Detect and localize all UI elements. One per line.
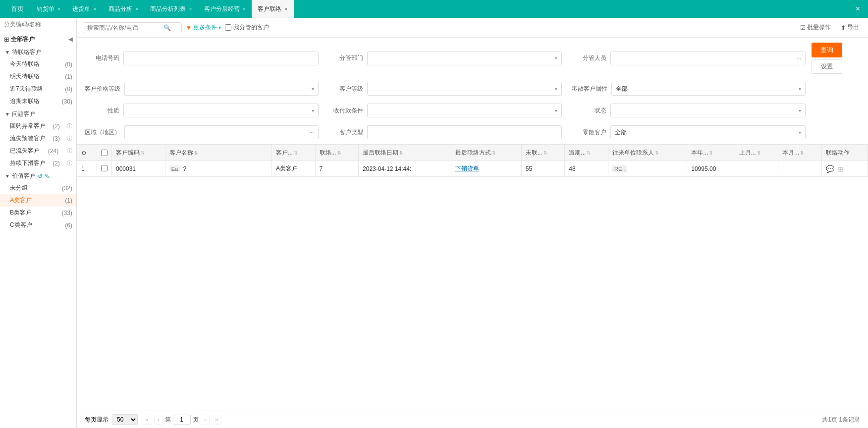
more-conditions-button[interactable]: ▼ 更多条件 ▾ bbox=[186, 23, 221, 32]
td-checkbox bbox=[97, 161, 112, 177]
close-productanalysislist-icon[interactable]: × bbox=[189, 6, 192, 12]
sidebar-item-7days[interactable]: 近7天待联络 (0) bbox=[0, 83, 76, 95]
close-purchaseorder-icon[interactable]: × bbox=[93, 6, 96, 12]
page-size-label: 每页显示 bbox=[85, 416, 108, 424]
collapse-icon[interactable]: ◀ bbox=[68, 36, 72, 43]
sort-lastmonth-icon[interactable]: ⇅ bbox=[757, 151, 761, 156]
region-select[interactable]: ··· bbox=[124, 125, 319, 139]
settings-button[interactable]: 设置 bbox=[812, 59, 842, 74]
help-icon-1[interactable]: ⓘ bbox=[67, 122, 72, 130]
row-checkbox[interactable] bbox=[101, 165, 108, 171]
sort-type-icon[interactable]: ⇅ bbox=[294, 151, 298, 156]
dept-select[interactable]: ▾ bbox=[367, 52, 562, 65]
filter-payment: 收付款条件 ▾ bbox=[328, 104, 562, 117]
th-contactcount: 联络...⇅ bbox=[315, 145, 359, 161]
sidebar-item-churning[interactable]: 流失预警客户 (3) ⓘ bbox=[0, 132, 76, 145]
query-button[interactable]: 查询 bbox=[812, 43, 842, 57]
sidebar-item-today[interactable]: 今天待联络 (0) bbox=[0, 58, 76, 70]
sidebar-group-value[interactable]: ▼ 价值客户 ↺ ✎ bbox=[0, 169, 76, 182]
customerlevel-select[interactable]: ▾ bbox=[367, 82, 562, 96]
td-nocontact: 55 bbox=[521, 161, 565, 177]
sidebar-item-churned[interactable]: 已流失客户 (24) ⓘ bbox=[0, 145, 76, 157]
batch-operation-button[interactable]: ☑ 批量操作 bbox=[797, 22, 834, 33]
page-number-input[interactable] bbox=[173, 415, 191, 425]
first-page-button[interactable]: « bbox=[142, 415, 152, 425]
sidebar-item-overdue[interactable]: 逾期未联络 (30) bbox=[0, 95, 76, 107]
nav-home[interactable]: 首页 bbox=[4, 0, 31, 18]
close-customersegment-icon[interactable]: × bbox=[243, 6, 246, 12]
filter-nature: 性质 ▾ bbox=[85, 104, 319, 117]
sidebar-group-pending[interactable]: ▼ 待联络客户 bbox=[0, 46, 76, 58]
help-icon-2[interactable]: ⓘ bbox=[67, 135, 72, 142]
sort-code-icon[interactable]: ⇅ bbox=[141, 151, 145, 156]
sort-thismonth-icon[interactable]: ⇅ bbox=[800, 151, 804, 156]
nature-select[interactable]: ▾ bbox=[123, 104, 319, 117]
sort-contact-icon[interactable]: ⇅ bbox=[337, 151, 341, 156]
close-customercontact-icon[interactable]: × bbox=[284, 6, 287, 12]
sidebar-item-ungroup[interactable]: 未分组 (32) bbox=[0, 182, 76, 194]
pricelevel-select[interactable]: ▾ bbox=[124, 82, 319, 96]
scatterprop-select[interactable]: 全部 ▾ bbox=[611, 82, 806, 96]
more-icon[interactable]: ⊞ bbox=[837, 165, 843, 173]
sort-overdue-icon[interactable]: ⇅ bbox=[587, 151, 591, 156]
dept-arrow-icon: ▾ bbox=[555, 55, 557, 61]
close-salesorder-icon[interactable]: × bbox=[57, 6, 60, 12]
nav-tab-salesorder[interactable]: 销货单 × bbox=[31, 0, 66, 18]
payment-select[interactable]: ▾ bbox=[367, 104, 562, 117]
scattercustomer-select[interactable]: 全部 ▾ bbox=[610, 125, 806, 139]
edit-icon[interactable]: ✎ bbox=[45, 173, 50, 180]
gear-icon[interactable]: ⚙ bbox=[81, 150, 87, 157]
sort-name-icon[interactable]: ⇅ bbox=[194, 151, 198, 156]
refresh-icon[interactable]: ↺ bbox=[38, 173, 43, 180]
last-way-link[interactable]: 下销货单 bbox=[455, 165, 479, 172]
next-page-button[interactable]: › bbox=[201, 415, 210, 425]
td-contacts: RE . bbox=[608, 161, 687, 177]
sidebar-item-tomorrow[interactable]: 明天待联络 (1) bbox=[0, 70, 76, 83]
payment-arrow-icon: ▾ bbox=[555, 108, 557, 113]
close-all-button[interactable]: × bbox=[852, 4, 864, 13]
triangle-down-icon-2: ▼ bbox=[5, 111, 10, 117]
filter-row-4: 区域（地区） ··· 客户类型 bbox=[85, 125, 860, 139]
row-actions-wrap: 💬 ⊞ bbox=[826, 165, 864, 173]
nav-tab-customercontact[interactable]: 客户联络 × bbox=[252, 0, 293, 18]
sort-lastdate-icon[interactable]: ⇅ bbox=[399, 151, 403, 156]
help-icon-3[interactable]: ⓘ bbox=[67, 147, 72, 155]
person-select[interactable]: ··· bbox=[610, 52, 806, 65]
my-customers-checkbox[interactable] bbox=[225, 24, 231, 31]
sidebar-item-classB[interactable]: B类客户 (33) bbox=[0, 207, 76, 219]
message-icon[interactable]: 💬 bbox=[826, 165, 834, 173]
filter-row-1: 电话号码 分管部门 ▾ 分管人员 bbox=[85, 43, 860, 74]
status-select[interactable]: ▾ bbox=[610, 104, 806, 117]
export-button[interactable]: ⬆ 导出 bbox=[838, 22, 862, 33]
customertype-input[interactable] bbox=[367, 125, 562, 139]
sidebar-search-input[interactable] bbox=[4, 21, 77, 28]
sidebar-item-declining[interactable]: 持续下滑客户 (2) ⓘ bbox=[0, 157, 76, 169]
nav-tab-productanalysis[interactable]: 商品分析 × bbox=[103, 0, 144, 18]
close-productanalysis-icon[interactable]: × bbox=[135, 6, 138, 12]
sort-nocontact-icon[interactable]: ⇅ bbox=[543, 151, 547, 156]
table-area: ⚙ 客户编码⇅ 客户名称⇅ 客户...⇅ 联络...⇅ 最后联络日期⇅ 最后联络… bbox=[77, 145, 868, 411]
sidebar-all-customers[interactable]: ⊞ 全部客户 ◀ bbox=[0, 31, 76, 46]
th-name: 客户名称⇅ bbox=[165, 145, 271, 161]
sidebar-item-classA[interactable]: A类客户 (1) bbox=[0, 194, 76, 207]
sort-thisyear-icon[interactable]: ⇅ bbox=[709, 151, 713, 156]
main-search-icon[interactable]: 🔍 bbox=[163, 24, 171, 31]
nav-tab-customersegment[interactable]: 客户分层经营 × bbox=[198, 0, 252, 18]
sidebar-item-classC[interactable]: C类客户 (6) bbox=[0, 219, 76, 231]
last-page-button[interactable]: » bbox=[212, 415, 222, 425]
help-icon-4[interactable]: ⓘ bbox=[67, 160, 72, 167]
prev-page-button[interactable]: ‹ bbox=[154, 415, 163, 425]
main-search-input[interactable] bbox=[87, 24, 162, 31]
th-nocontact: 未联...⇅ bbox=[521, 145, 565, 161]
table-header-row: ⚙ 客户编码⇅ 客户名称⇅ 客户...⇅ 联络...⇅ 最后联络日期⇅ 最后联络… bbox=[77, 145, 868, 161]
sidebar-item-repurchase[interactable]: 回购异常客户 (2) ⓘ bbox=[0, 120, 76, 132]
sidebar-group-problem[interactable]: ▼ 问题客户 bbox=[0, 107, 76, 120]
phone-input[interactable] bbox=[123, 52, 319, 65]
sort-contacts-icon[interactable]: ⇅ bbox=[655, 151, 659, 156]
page-size-select[interactable]: 50 20 100 bbox=[112, 414, 138, 425]
sort-lastway-icon[interactable]: ⇅ bbox=[492, 151, 496, 156]
nav-tab-purchaseorder[interactable]: 进货单 × bbox=[66, 0, 102, 18]
select-all-checkbox[interactable] bbox=[101, 150, 108, 156]
nav-tab-productanalysislist[interactable]: 商品分析列表 × bbox=[144, 0, 198, 18]
my-customers-checkbox-wrap: 我分管的客户 bbox=[225, 23, 269, 32]
